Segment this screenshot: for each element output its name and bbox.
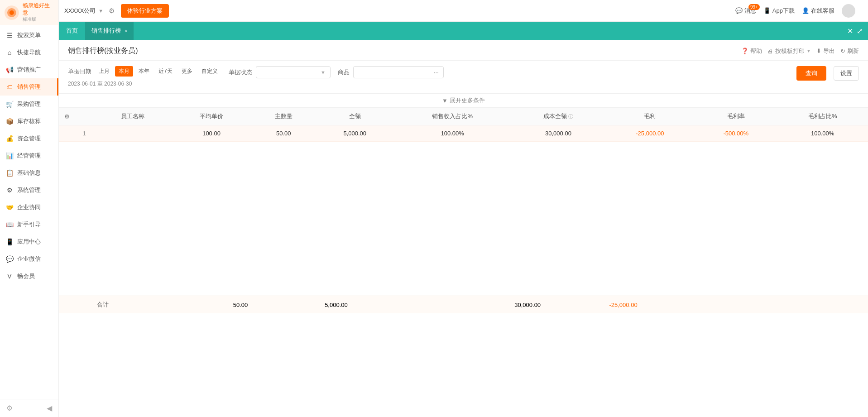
sidebar-settings-icon[interactable]: ⚙ bbox=[6, 404, 13, 412]
col-gross-pct: 毛利占比% bbox=[777, 108, 868, 125]
cell-rank: 1 bbox=[75, 125, 93, 142]
footer-cost: 30,000.00 bbox=[480, 302, 575, 308]
settings-gear-icon[interactable]: ⚙ bbox=[109, 7, 115, 15]
service-icon: 👤 bbox=[802, 7, 809, 14]
cell-gross: -25,000.00 bbox=[605, 125, 695, 142]
refresh-button[interactable]: ↻ 刷新 bbox=[840, 47, 859, 55]
sidebar-bottom: ⚙ ◀ bbox=[0, 399, 58, 417]
sidebar-icon-search: ☰ bbox=[5, 31, 14, 39]
sidebar-collapse-icon[interactable]: ◀ bbox=[47, 404, 52, 412]
tabbar-expand-icon[interactable]: ⤢ bbox=[857, 27, 863, 35]
sidebar-item-system[interactable]: ⚙ 系统管理 bbox=[0, 182, 58, 199]
col-gross: 毛利 bbox=[605, 108, 695, 125]
tab-sales-ranking-label: 销售排行榜 bbox=[91, 27, 121, 35]
page-header: 销售排行榜(按业务员) ❓ 帮助 🖨 按模板打印 ▼ ⬇ 导出 bbox=[59, 40, 868, 61]
sidebar-item-finance[interactable]: 💰 资金管理 bbox=[0, 130, 58, 147]
sidebar-item-purchase[interactable]: 🛒 采购管理 bbox=[0, 96, 58, 113]
col-cost: 成本全额 ⓘ bbox=[511, 108, 605, 125]
sidebar-item-operations[interactable]: 📊 经营管理 bbox=[0, 147, 58, 164]
sidebar-icon-wechat: 💬 bbox=[5, 255, 14, 263]
sidebar-icon-sales: 🏷 bbox=[5, 83, 14, 91]
sidebar-label-vip: 畅会员 bbox=[17, 272, 35, 280]
page-inner: 销售排行榜(按业务员) ❓ 帮助 🖨 按模板打印 ▼ ⬇ 导出 bbox=[59, 40, 868, 417]
goods-filter-group: 商品 ··· bbox=[338, 66, 444, 78]
sidebar-item-appcenter[interactable]: 📱 应用中心 bbox=[0, 233, 58, 250]
topbar-right: 💬 消息 99+ 📱 App下载 👤 在线客服 bbox=[735, 4, 863, 18]
tabbar-close-icon[interactable]: ✕ bbox=[847, 27, 853, 35]
settings-button[interactable]: 设置 bbox=[834, 66, 859, 81]
sidebar-label-sales: 销售管理 bbox=[17, 83, 41, 91]
table-body: 1 100.00 50.00 5,000.00 100.00% 30,000.0… bbox=[59, 125, 868, 142]
page-header-actions: ❓ 帮助 🖨 按模板打印 ▼ ⬇ 导出 ↻ 刷新 bbox=[741, 47, 859, 55]
svg-point-2 bbox=[10, 10, 14, 15]
company-selector[interactable]: XXXXX公司 ▼ bbox=[64, 7, 103, 15]
sidebar-label-quicknav: 快捷导航 bbox=[17, 48, 41, 57]
tab-sales-ranking[interactable]: 销售排行榜 × bbox=[85, 22, 134, 40]
print-label: 按模板打印 bbox=[775, 47, 805, 55]
sidebar-icon-finance: 💰 bbox=[5, 134, 14, 143]
app-label: App下载 bbox=[772, 7, 795, 15]
date-tab-近7天[interactable]: 近7天 bbox=[155, 66, 176, 77]
cell-cost: 30,000.00 bbox=[511, 125, 605, 142]
sidebar-item-wechat[interactable]: 💬 企业微信 bbox=[0, 250, 58, 268]
print-icon: 🖨 bbox=[767, 48, 773, 54]
cell-gross-rate: -500.00% bbox=[695, 125, 777, 142]
help-label: 帮助 bbox=[750, 47, 762, 55]
cell-name bbox=[93, 125, 172, 142]
date-tabs: 上月本月本年近7天更多自定义 bbox=[95, 66, 221, 77]
rankings-table: ⚙ 员工名称 平均单价 主数量 全额 销售收入占比% 成本全额 ⓘ 毛利 毛利率… bbox=[59, 108, 868, 142]
sidebar-item-quicknav[interactable]: ⌂ 快捷导航 bbox=[0, 44, 58, 61]
query-button[interactable]: 查询 bbox=[796, 66, 826, 81]
date-tab-本月[interactable]: 本月 bbox=[115, 66, 133, 77]
expand-chevron-icon: ▼ bbox=[442, 97, 448, 104]
sidebar-icon-guide: 📖 bbox=[5, 220, 14, 229]
expand-conditions-button[interactable]: ▼ 展开更多条件 bbox=[442, 96, 485, 105]
help-icon: ❓ bbox=[741, 48, 748, 54]
trial-button[interactable]: 体验行业方案 bbox=[121, 4, 169, 18]
online-service-button[interactable]: 👤 在线客服 bbox=[802, 7, 834, 15]
date-tab-更多[interactable]: 更多 bbox=[178, 66, 196, 77]
empty-space bbox=[59, 142, 868, 296]
goods-filter-label: 商品 bbox=[338, 68, 350, 77]
status-select[interactable]: ▼ bbox=[256, 66, 331, 78]
logo-text: 畅康通好生意 bbox=[23, 2, 55, 16]
date-tab-本年[interactable]: 本年 bbox=[135, 66, 153, 77]
goods-more-icon[interactable]: ··· bbox=[434, 69, 439, 76]
help-button[interactable]: ❓ 帮助 bbox=[741, 47, 762, 55]
print-button[interactable]: 🖨 按模板打印 ▼ bbox=[767, 47, 811, 55]
cell-sales-pct: 100.00% bbox=[393, 125, 511, 142]
user-avatar[interactable] bbox=[842, 4, 855, 18]
sidebar-item-search[interactable]: ☰ 搜索菜单 bbox=[0, 27, 58, 44]
filter-area: 单据日期 上月本月本年近7天更多自定义 2023-06-01 至 2023-06… bbox=[59, 61, 868, 94]
cell-amount: 5,000.00 bbox=[316, 125, 393, 142]
goods-input[interactable]: ··· bbox=[353, 66, 444, 78]
date-tab-自定义[interactable]: 自定义 bbox=[198, 66, 221, 77]
tabbar-actions: ✕ ⤢ bbox=[847, 27, 868, 35]
table-row: 1 100.00 50.00 5,000.00 100.00% 30,000.0… bbox=[59, 125, 868, 142]
message-button[interactable]: 💬 消息 99+ bbox=[735, 7, 756, 15]
sidebar-item-guide[interactable]: 📖 新手引导 bbox=[0, 216, 58, 233]
date-range-label: 2023-06-01 至 2023-06-30 bbox=[68, 80, 132, 88]
sidebar-item-enterprise[interactable]: 🤝 企业协同 bbox=[0, 199, 58, 216]
filter-row-1: 单据日期 上月本月本年近7天更多自定义 2023-06-01 至 2023-06… bbox=[68, 66, 859, 88]
footer-amount: 5,000.00 bbox=[288, 302, 384, 308]
col-sales-pct: 销售收入占比% bbox=[393, 108, 511, 125]
export-button[interactable]: ⬇ 导出 bbox=[816, 47, 835, 55]
tab-close-icon[interactable]: × bbox=[125, 28, 127, 34]
refresh-icon: ↻ bbox=[840, 48, 845, 54]
sidebar-item-basicinfo[interactable]: 📋 基础信息 bbox=[0, 164, 58, 182]
sidebar-label-guide: 新手引导 bbox=[17, 220, 41, 229]
sidebar-item-marketing[interactable]: 📢 营销推广 bbox=[0, 61, 58, 78]
col-settings[interactable]: ⚙ bbox=[59, 108, 75, 125]
sidebar-icon-system: ⚙ bbox=[5, 186, 14, 194]
print-arrow-icon: ▼ bbox=[806, 48, 811, 53]
sidebar-item-inventory[interactable]: 📦 库存核算 bbox=[0, 113, 58, 130]
date-tab-上月[interactable]: 上月 bbox=[95, 66, 113, 77]
sidebar-icon-appcenter: 📱 bbox=[5, 238, 14, 246]
tab-home[interactable]: 首页 bbox=[59, 22, 85, 40]
sidebar-label-inventory: 库存核算 bbox=[17, 117, 41, 125]
app-download-button[interactable]: 📱 App下载 bbox=[763, 7, 795, 15]
sidebar-item-vip[interactable]: V 畅会员 bbox=[0, 268, 58, 285]
sidebar-item-sales[interactable]: 🏷 销售管理 bbox=[0, 78, 58, 96]
sidebar-icon-inventory: 📦 bbox=[5, 117, 14, 125]
